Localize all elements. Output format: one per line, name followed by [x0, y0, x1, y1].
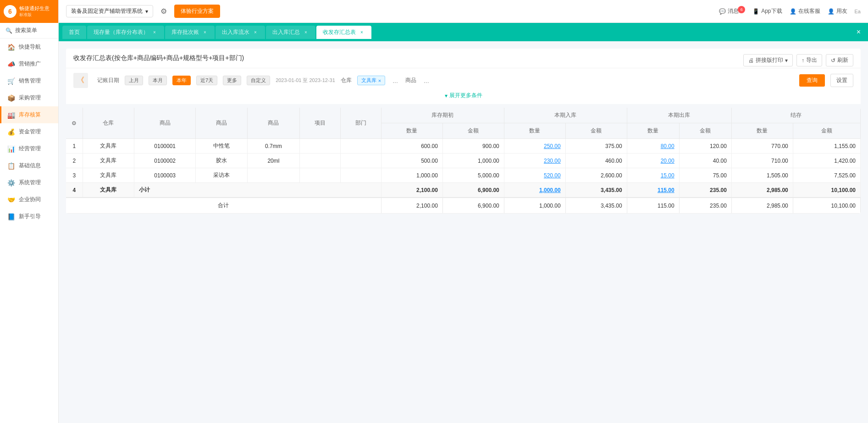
tab-inout-flow-label: 出入库流水	[222, 28, 249, 36]
filter-settings-button[interactable]: 设置	[830, 74, 853, 87]
row2-out-qty[interactable]: 20.00	[627, 154, 679, 168]
system-selector-arrow: ▾	[145, 8, 148, 15]
row3-project	[299, 168, 340, 183]
user-action[interactable]: 👤 用友	[828, 7, 847, 15]
row1-out-qty[interactable]: 80.00	[627, 139, 679, 154]
warehouse-tag-text: 文具库	[361, 77, 376, 84]
tab-inout-summary[interactable]: 出入库汇总 ×	[266, 26, 315, 39]
warehouse-tag[interactable]: 文具库 ×	[357, 76, 385, 85]
sidebar-item-operations[interactable]: 📊 经营管理	[0, 140, 58, 157]
query-button[interactable]: 查询	[799, 74, 825, 87]
subtotal-out-qty-link[interactable]: 115.00	[658, 187, 674, 193]
subtotal-out-qty[interactable]: 115.00	[627, 183, 679, 198]
filter-area: 《 记账日期 上月 本月 本年 近7天 更多 自定义 2023-01-01 至 …	[66, 68, 861, 104]
date-btn-7days[interactable]: 近7天	[196, 76, 217, 85]
warehouse-tag-remove[interactable]: ×	[378, 78, 381, 83]
subtotal-in-qty[interactable]: 1,000.00	[504, 183, 565, 198]
message-action[interactable]: 💬 消息 6	[719, 7, 745, 15]
row1-in-qty[interactable]: 250.00	[504, 139, 565, 154]
expand-row: ▾ 展开更多条件	[73, 92, 853, 99]
subtotal-seq: 4	[66, 183, 83, 198]
row2-in-qty[interactable]: 230.00	[504, 154, 565, 168]
online-support-action[interactable]: 👤 在线客服	[790, 7, 820, 15]
product-ellipsis[interactable]: ...	[422, 77, 431, 84]
row2-out-qty-link[interactable]: 20.00	[661, 158, 674, 164]
row3-out-amt: 75.00	[679, 168, 731, 183]
date-btn-this-year[interactable]: 本年	[172, 76, 191, 85]
date-btn-this-month[interactable]: 本月	[149, 76, 167, 85]
expand-conditions-button[interactable]: ▾ 展开更多条件	[445, 92, 482, 99]
tab-inout-flow[interactable]: 出入库流水 ×	[216, 26, 265, 39]
sidebar-item-enterprise[interactable]: 🤝 企业协同	[0, 191, 58, 208]
page-toolbar: 🖨 拼接版打印 ▾ ↑ 导出 ↺ 刷新	[743, 54, 853, 66]
trial-button[interactable]: 体验行业方案	[174, 5, 220, 18]
app-download-action[interactable]: 📱 App下载	[752, 7, 782, 15]
filter-collapse-button[interactable]: 《	[73, 73, 88, 88]
table-area: ⚙ 仓库 商品 商品 商品 项目 部门 库存期初 本期入库 本期出库 结存	[66, 108, 861, 214]
settings-icon[interactable]: ⚙	[160, 7, 167, 16]
row3-in-qty-link[interactable]: 520.00	[544, 172, 561, 179]
sidebar-item-search[interactable]: 🔍 搜索菜单	[0, 23, 58, 38]
date-range: 2023-01-01 至 2023-12-31	[276, 77, 335, 84]
tab-recv-send-summary[interactable]: 收发存汇总表 ×	[316, 26, 371, 39]
tab-batch-ledger[interactable]: 库存批次账 ×	[165, 26, 215, 39]
system-selector[interactable]: 装备及固定资产辅助管理系统 ▾	[66, 5, 153, 17]
tab-batch-ledger-label: 库存批次账	[171, 28, 199, 36]
tab-inventory-dist[interactable]: 现存量（库存分布表） ×	[87, 26, 164, 39]
tab-home[interactable]: 首页	[62, 26, 86, 39]
message-badge: 6	[738, 6, 745, 13]
row3-spec	[247, 168, 299, 183]
date-btn-more[interactable]: 更多	[223, 76, 241, 85]
row2-end-qty: 710.00	[731, 154, 793, 168]
sidebar-item-purchase[interactable]: 📦 采购管理	[0, 89, 58, 106]
row1-in-qty-link[interactable]: 250.00	[544, 143, 561, 149]
col-out-qty-header: 数量	[627, 123, 679, 139]
row3-in-qty[interactable]: 520.00	[504, 168, 565, 183]
sales-icon: 🛒	[7, 77, 15, 85]
tab-inout-flow-close[interactable]: ×	[252, 29, 259, 35]
subtotal-open-amt: 6,900.00	[442, 183, 504, 198]
export-button[interactable]: ↑ 导出	[796, 54, 822, 66]
row2-dept	[340, 154, 381, 168]
support-label: 在线客服	[798, 7, 820, 15]
date-btn-custom[interactable]: 自定义	[247, 76, 270, 85]
print-button[interactable]: 🖨 拼接版打印 ▾	[743, 54, 793, 66]
sidebar-item-sales[interactable]: 🛒 销售管理	[0, 72, 58, 89]
sidebar-item-marketing[interactable]: 📣 营销推广	[0, 55, 58, 72]
col-period-in-header: 本期入库	[504, 108, 627, 123]
tab-inventory-dist-label: 现存量（库存分布表）	[94, 28, 149, 36]
sidebar-item-basic-info[interactable]: 📋 基础信息	[0, 157, 58, 174]
page-header: 收发存汇总表(按仓库+商品编码+商品+规格型号+项目+部门) 🖨 拼接版打印 ▾…	[66, 49, 861, 68]
row1-out-qty-link[interactable]: 80.00	[661, 143, 674, 149]
row2-project	[299, 154, 340, 168]
tab-inout-summary-label: 出入库汇总	[272, 28, 300, 36]
sidebar-item-quick-nav[interactable]: 🏠 快捷导航	[0, 38, 58, 55]
refresh-button[interactable]: ↺ 刷新	[826, 54, 853, 66]
sidebar-search-label: 搜索菜单	[15, 27, 37, 34]
sidebar-item-inventory[interactable]: 🏭 库存核算	[0, 106, 58, 123]
tab-recv-send-summary-close[interactable]: ×	[359, 29, 365, 35]
date-btn-prev-month[interactable]: 上月	[125, 76, 143, 85]
row3-open-qty: 1,000.00	[381, 168, 442, 183]
tabs-close-button[interactable]: ×	[853, 26, 864, 38]
tab-batch-ledger-close[interactable]: ×	[202, 29, 208, 35]
sidebar-item-label: 企业协同	[19, 196, 41, 203]
col-product-code-header: 商品	[134, 108, 196, 139]
row3-out-qty[interactable]: 15.00	[627, 168, 679, 183]
total-out-qty: 115.00	[627, 198, 679, 214]
sidebar-item-system[interactable]: ⚙️ 系统管理	[0, 174, 58, 191]
row3-out-qty-link[interactable]: 15.00	[661, 172, 674, 179]
tab-inout-summary-close[interactable]: ×	[303, 29, 309, 35]
tab-home-label: 首页	[69, 28, 80, 36]
subtotal-in-qty-link[interactable]: 1,000.00	[539, 187, 561, 193]
total-in-amt: 3,435.00	[565, 198, 627, 214]
col-settings-header[interactable]: ⚙	[66, 108, 83, 139]
row2-open-qty: 500.00	[381, 154, 442, 168]
sidebar-item-finance[interactable]: 💰 资金管理	[0, 123, 58, 140]
warehouse-ellipsis[interactable]: ...	[391, 77, 400, 84]
print-arrow: ▾	[785, 57, 788, 64]
sidebar-item-guide[interactable]: 📘 新手引导	[0, 208, 58, 225]
tab-inventory-dist-close[interactable]: ×	[151, 29, 158, 35]
row2-in-qty-link[interactable]: 230.00	[544, 158, 561, 164]
column-settings-icon[interactable]: ⚙	[72, 120, 77, 126]
